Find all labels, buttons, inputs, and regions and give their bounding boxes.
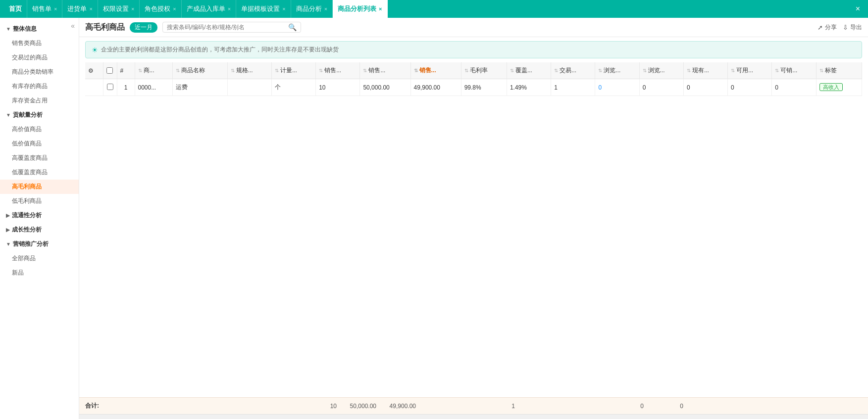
cell-checkbox[interactable] — [103, 79, 117, 96]
th-current-stock[interactable]: ⇅现有... — [683, 62, 727, 79]
main-layout: « ▼ 整体信息 销售类商品 交易过的商品 商品分类助销率 有库存的商品 库存资… — [0, 18, 868, 419]
th-transactions[interactable]: ⇅交易... — [551, 62, 595, 79]
footer-values: 10 50,000.00 49,900.00 1 0 0 — [107, 403, 862, 410]
nav-product-analysis[interactable]: 商品分析 × — [291, 0, 333, 18]
sort-icon-9: ⇅ — [510, 68, 514, 73]
footer-sales-net: 49,900.00 — [379, 403, 419, 410]
cell-views1[interactable]: 0 — [595, 79, 639, 96]
nav-purchase-close[interactable]: × — [89, 6, 92, 12]
th-spec[interactable]: ⇅规格... — [227, 62, 271, 79]
sidebar-item-low-value[interactable]: 低价值商品 — [0, 137, 79, 151]
th-unit[interactable]: ⇅计量... — [271, 62, 315, 79]
nav-template-label: 单据模板设置 — [241, 4, 280, 13]
sidebar-item-stock-capital[interactable]: 库存资金占用 — [0, 93, 79, 108]
cell-views2: 0 — [639, 79, 683, 96]
th-gear[interactable]: ⚙ — [85, 62, 103, 79]
sidebar-item-category-rate[interactable]: 商品分类助销率 — [0, 65, 79, 79]
th-gross-margin[interactable]: ⇅毛利率 — [461, 62, 507, 79]
content-header: 高毛利商品 近一月 🔍 ➚ 分享 ⇩ 导出 — [79, 18, 868, 37]
page-title: 高毛利商品 — [85, 22, 125, 33]
th-coverage[interactable]: ⇅覆盖... — [507, 62, 551, 79]
select-all-checkbox[interactable] — [106, 67, 113, 74]
tag-badge: 高收入 — [819, 83, 843, 91]
th-views2[interactable]: ⇅浏览... — [639, 62, 683, 79]
th-name[interactable]: ⇅商品名称 — [172, 62, 227, 79]
cell-num: 1 — [117, 79, 135, 96]
nav-template-close[interactable]: × — [282, 6, 285, 12]
sort-icon-12: ⇅ — [643, 68, 647, 73]
info-banner-text: 企业的主要的利润都是这部分商品创造的，可考虑加大推广，同时关注库存是不要出现缺货 — [101, 46, 339, 54]
nav-permission[interactable]: 权限设置 × — [98, 0, 140, 18]
export-btn[interactable]: ⇩ 导出 — [843, 23, 862, 32]
share-btn[interactable]: ➚ 分享 — [817, 23, 837, 32]
cell-sales-amount: 50,000.00 — [360, 79, 410, 96]
sidebar-item-high-margin[interactable]: 高毛利商品 — [0, 180, 79, 194]
topnav-close-all[interactable]: × — [852, 4, 864, 13]
th-checkbox[interactable] — [103, 62, 117, 79]
th-available-stock[interactable]: ⇅可用... — [728, 62, 772, 79]
sidebar-group-marketing[interactable]: ▼ 营销推广分析 — [0, 237, 79, 251]
sort-icon-7: ⇅ — [414, 68, 418, 73]
nav-product-analysis-label: 商品分析 — [296, 4, 322, 13]
th-sku[interactable]: ⇅商... — [135, 62, 172, 79]
th-tag[interactable]: ⇅标签 — [816, 62, 862, 79]
sidebar-item-all-goods[interactable]: 全部商品 — [0, 251, 79, 266]
sidebar-item-sales-goods[interactable]: 销售类商品 — [0, 36, 79, 50]
sidebar-group-growth[interactable]: ▶ 成长性分析 — [0, 223, 79, 237]
nav-product-inbound-close[interactable]: × — [228, 6, 231, 12]
nav-template[interactable]: 单据模板设置 × — [236, 0, 291, 18]
sort-icon-4: ⇅ — [275, 68, 279, 73]
nav-role-close[interactable]: × — [173, 6, 176, 12]
sort-icon-8: ⇅ — [464, 68, 468, 73]
header-actions: ➚ 分享 ⇩ 导出 — [817, 23, 862, 32]
th-views1[interactable]: ⇅浏览... — [595, 62, 639, 79]
footer-total: 合计: 10 50,000.00 49,900.00 1 0 — [79, 397, 868, 414]
nav-permission-close[interactable]: × — [131, 6, 134, 12]
sidebar-item-new-goods[interactable]: 新品 — [0, 266, 79, 280]
sidebar-item-high-coverage[interactable]: 高覆盖度商品 — [0, 151, 79, 165]
nav-product-analysis-close[interactable]: × — [324, 6, 327, 12]
th-sales-net[interactable]: ⇅销售... — [410, 62, 461, 79]
share-label: 分享 — [825, 23, 837, 32]
topnav: 首页 销售单 × 进货单 × 权限设置 × 角色授权 × 产成品入库单 × 单据… — [0, 0, 868, 18]
cell-gross-margin: 99.8% — [461, 79, 507, 96]
horizontal-scrollbar[interactable] — [79, 414, 868, 419]
sidebar-group-contribution[interactable]: ▼ 贡献量分析 — [0, 108, 79, 122]
row-checkbox[interactable] — [107, 84, 113, 90]
sort-icon-13: ⇅ — [687, 68, 691, 73]
th-sales-amount[interactable]: ⇅销售... — [360, 62, 410, 79]
sidebar-item-low-margin[interactable]: 低毛利商品 — [0, 194, 79, 208]
sidebar-collapse-btn[interactable]: « — [71, 22, 75, 30]
sidebar-item-low-coverage[interactable]: 低覆盖度商品 — [0, 165, 79, 180]
export-label: 导出 — [850, 23, 862, 32]
nav-role[interactable]: 角色授权 × — [140, 0, 181, 18]
nav-product-inbound[interactable]: 产成品入库单 × — [182, 0, 236, 18]
sidebar-group-overall[interactable]: ▼ 整体信息 — [0, 22, 79, 36]
search-input[interactable] — [167, 24, 286, 31]
cell-sales-net: 49,900.00 — [410, 79, 461, 96]
nav-sales-close[interactable]: × — [54, 6, 57, 12]
search-box: 🔍 — [162, 22, 301, 33]
sort-icon-15: ⇅ — [775, 68, 779, 73]
nav-purchase[interactable]: 进货单 × — [62, 0, 98, 18]
nav-product-analysis-list[interactable]: 商品分析列表 × — [333, 0, 387, 18]
chevron-down-icon: ▼ — [6, 26, 11, 32]
table-row: 1 0000... 运费 个 10 50,000.00 49,900.00 99… — [85, 79, 862, 96]
sidebar-item-high-value[interactable]: 高价值商品 — [0, 122, 79, 137]
sidebar-group-overall-label: 整体信息 — [13, 25, 37, 33]
sidebar-group-flow[interactable]: ▶ 流通性分析 — [0, 208, 79, 223]
nav-product-analysis-list-close[interactable]: × — [379, 6, 382, 12]
filter-recent-month-btn[interactable]: 近一月 — [130, 22, 157, 33]
sidebar-item-traded-goods[interactable]: 交易过的商品 — [0, 50, 79, 65]
sort-icon-2: ⇅ — [176, 68, 180, 73]
search-icon[interactable]: 🔍 — [288, 23, 297, 31]
nav-sales[interactable]: 销售单 × — [27, 0, 62, 18]
cell-gear[interactable] — [85, 79, 103, 96]
sidebar-group-flow-label: 流通性分析 — [12, 211, 42, 220]
footer-label: 合计: — [85, 402, 105, 410]
th-sales-qty[interactable]: ⇅销售... — [316, 62, 360, 79]
sidebar-item-in-stock[interactable]: 有库存的商品 — [0, 79, 79, 93]
sort-icon-10: ⇅ — [554, 68, 558, 73]
nav-home[interactable]: 首页 — [4, 0, 27, 18]
th-sellable-stock[interactable]: ⇅可销... — [772, 62, 816, 79]
